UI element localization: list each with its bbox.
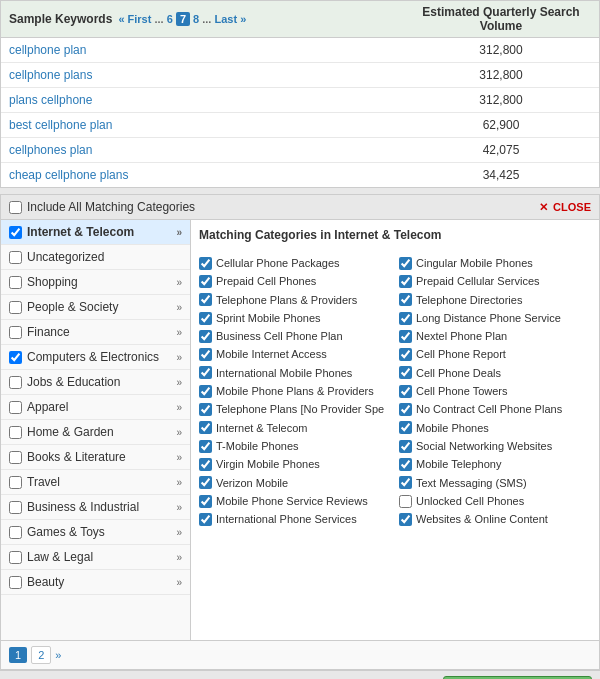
cat-item-label[interactable]: Prepaid Cell Phones — [216, 274, 316, 288]
cat-item-label[interactable]: Cingular Mobile Phones — [416, 256, 533, 270]
cat-item-label[interactable]: International Phone Services — [216, 512, 357, 526]
page-2-btn[interactable]: 2 — [31, 646, 51, 664]
cat-item-label[interactable]: Text Messaging (SMS) — [416, 476, 527, 490]
cat-checkbox[interactable] — [199, 385, 212, 398]
cat-checkbox[interactable] — [399, 348, 412, 361]
sidebar-item-internet-telecom[interactable]: Internet & Telecom » — [1, 220, 190, 245]
page-last[interactable]: Last » — [214, 13, 246, 25]
page-7-current[interactable]: 7 — [176, 12, 190, 26]
cat-checkbox[interactable] — [199, 476, 212, 489]
page-next-arrow[interactable]: » — [55, 649, 61, 661]
cat-item-label[interactable]: Mobile Phone Plans & Providers — [216, 384, 374, 398]
sidebar-item-people-society[interactable]: People & Society » — [1, 295, 190, 320]
sidebar-checkbox-jobs-education[interactable] — [9, 376, 22, 389]
sidebar-item-books-literature[interactable]: Books & Literature » — [1, 445, 190, 470]
sidebar-item-travel[interactable]: Travel » — [1, 470, 190, 495]
sidebar-item-uncategorized[interactable]: Uncategorized — [1, 245, 190, 270]
cat-item-label[interactable]: Mobile Internet Access — [216, 347, 327, 361]
page-8[interactable]: 8 — [193, 13, 199, 25]
cat-checkbox[interactable] — [199, 403, 212, 416]
cat-checkbox[interactable] — [199, 330, 212, 343]
sidebar-checkbox-apparel[interactable] — [9, 401, 22, 414]
cat-item-label[interactable]: Social Networking Websites — [416, 439, 552, 453]
cat-checkbox[interactable] — [399, 476, 412, 489]
sidebar-checkbox-finance[interactable] — [9, 326, 22, 339]
keyword-text[interactable]: cellphones plan — [9, 143, 411, 157]
cat-checkbox[interactable] — [399, 275, 412, 288]
sidebar-checkbox-uncategorized[interactable] — [9, 251, 22, 264]
sidebar-checkbox-business-industrial[interactable] — [9, 501, 22, 514]
close-button[interactable]: ✕ CLOSE — [539, 201, 591, 214]
cat-checkbox[interactable] — [399, 458, 412, 471]
sidebar-item-apparel[interactable]: Apparel » — [1, 395, 190, 420]
cat-checkbox[interactable] — [199, 312, 212, 325]
cat-item-label[interactable]: No Contract Cell Phone Plans — [416, 402, 562, 416]
cat-item-label[interactable]: Mobile Phones — [416, 421, 489, 435]
sidebar-checkbox-games-toys[interactable] — [9, 526, 22, 539]
cat-checkbox[interactable] — [199, 348, 212, 361]
cat-item-label[interactable]: Websites & Online Content — [416, 512, 548, 526]
cat-checkbox[interactable] — [399, 312, 412, 325]
cat-item-label[interactable]: Unlocked Cell Phones — [416, 494, 524, 508]
cat-checkbox[interactable] — [399, 330, 412, 343]
cat-item-label[interactable]: Mobile Telephony — [416, 457, 501, 471]
keyword-text[interactable]: plans cellphone — [9, 93, 411, 107]
cat-checkbox[interactable] — [399, 513, 412, 526]
include-all-label[interactable]: Include All Matching Categories — [9, 200, 195, 214]
cat-checkbox[interactable] — [399, 366, 412, 379]
cat-checkbox[interactable] — [399, 421, 412, 434]
cat-item-label[interactable]: Verizon Mobile — [216, 476, 288, 490]
sidebar-checkbox-shopping[interactable] — [9, 276, 22, 289]
include-all-checkbox[interactable] — [9, 201, 22, 214]
cat-checkbox[interactable] — [199, 257, 212, 270]
cat-item-label[interactable]: Telephone Plans [No Provider Spe — [216, 402, 384, 416]
cat-checkbox[interactable] — [199, 366, 212, 379]
cat-item-label[interactable]: Cellular Phone Packages — [216, 256, 340, 270]
cat-checkbox[interactable] — [199, 421, 212, 434]
cat-item-label[interactable]: Internet & Telecom — [216, 421, 308, 435]
keyword-text[interactable]: best cellphone plan — [9, 118, 411, 132]
sidebar-checkbox-books-literature[interactable] — [9, 451, 22, 464]
sidebar-checkbox-internet-telecom[interactable] — [9, 226, 22, 239]
cat-item-label[interactable]: Business Cell Phone Plan — [216, 329, 343, 343]
cat-checkbox[interactable] — [199, 293, 212, 306]
page-6[interactable]: 6 — [167, 13, 173, 25]
page-first[interactable]: « First — [118, 13, 151, 25]
sidebar-item-beauty[interactable]: Beauty » — [1, 570, 190, 595]
cat-checkbox[interactable] — [399, 440, 412, 453]
cat-item-label[interactable]: Telephone Directories — [416, 293, 522, 307]
sidebar-item-business-industrial[interactable]: Business & Industrial » — [1, 495, 190, 520]
sidebar-item-finance[interactable]: Finance » — [1, 320, 190, 345]
cat-checkbox[interactable] — [399, 495, 412, 508]
sidebar-item-games-toys[interactable]: Games & Toys » — [1, 520, 190, 545]
cat-checkbox[interactable] — [199, 495, 212, 508]
sidebar-checkbox-beauty[interactable] — [9, 576, 22, 589]
cat-item-label[interactable]: Nextel Phone Plan — [416, 329, 507, 343]
sidebar-item-law-legal[interactable]: Law & Legal » — [1, 545, 190, 570]
cat-checkbox[interactable] — [199, 275, 212, 288]
cat-checkbox[interactable] — [399, 257, 412, 270]
cat-checkbox[interactable] — [399, 385, 412, 398]
cat-item-label[interactable]: Cell Phone Deals — [416, 366, 501, 380]
cat-checkbox[interactable] — [399, 403, 412, 416]
sidebar-item-computers-electronics[interactable]: Computers & Electronics » — [1, 345, 190, 370]
sidebar-item-shopping[interactable]: Shopping » — [1, 270, 190, 295]
cat-item-label[interactable]: Telephone Plans & Providers — [216, 293, 357, 307]
cat-checkbox[interactable] — [199, 458, 212, 471]
keyword-text[interactable]: cellphone plans — [9, 68, 411, 82]
page-1-btn[interactable]: 1 — [9, 647, 27, 663]
sidebar-checkbox-home-garden[interactable] — [9, 426, 22, 439]
cat-item-label[interactable]: Long Distance Phone Service — [416, 311, 561, 325]
sidebar-checkbox-computers-electronics[interactable] — [9, 351, 22, 364]
sidebar-checkbox-people-society[interactable] — [9, 301, 22, 314]
keyword-text[interactable]: cellphone plan — [9, 43, 411, 57]
keyword-text[interactable]: cheap cellphone plans — [9, 168, 411, 182]
cat-item-label[interactable]: Virgin Mobile Phones — [216, 457, 320, 471]
cat-item-label[interactable]: Prepaid Cellular Services — [416, 274, 540, 288]
sidebar-checkbox-travel[interactable] — [9, 476, 22, 489]
cat-item-label[interactable]: Mobile Phone Service Reviews — [216, 494, 368, 508]
cat-item-label[interactable]: Cell Phone Report — [416, 347, 506, 361]
cat-checkbox[interactable] — [199, 440, 212, 453]
cat-item-label[interactable]: T-Mobile Phones — [216, 439, 299, 453]
sidebar-checkbox-law-legal[interactable] — [9, 551, 22, 564]
